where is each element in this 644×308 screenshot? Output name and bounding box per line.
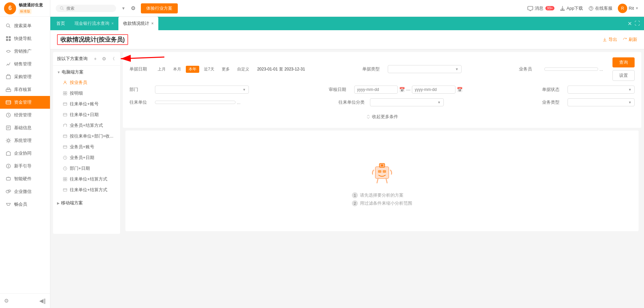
refresh-icon <box>623 37 627 42</box>
desktop-scheme-group: ▼ 电脑端方案 按业务员 <box>53 66 120 197</box>
sidebar-label-wechat: 企业微信 <box>14 189 32 195</box>
export-btn[interactable]: 导出 <box>602 37 617 43</box>
tab-close-all-icon[interactable]: ✕ <box>628 20 632 27</box>
date-btn-7days[interactable]: 近7天 <box>201 66 217 73</box>
sidebar-label-quicknav: 快捷导航 <box>14 36 32 42</box>
scheme-item-counterpart-settlement2[interactable]: 往来单位+结算方式 <box>53 185 120 195</box>
scheme-item-counterpart-settlement1[interactable]: 往来单位+结算方式 <box>53 174 120 185</box>
mobile-scheme-group: ▶ 移动端方案 <box>53 197 120 209</box>
messages-btn[interactable]: 消息 99+ <box>527 5 554 11</box>
counterpart-cat-select[interactable]: ▾ <box>370 98 444 106</box>
salesperson-input[interactable] <box>544 67 598 71</box>
user-dropdown-arrow[interactable]: ▼ <box>635 6 639 10</box>
scheme-item-by-salesperson-label: 按业务员 <box>70 80 87 86</box>
sidebar-item-finance[interactable]: 资金管理 <box>0 96 50 109</box>
date-btn-custom[interactable]: 自定义 <box>234 66 252 73</box>
sidebar-item-inventory[interactable]: 库存核算 <box>0 83 50 96</box>
logo-icon: 6 <box>4 2 16 14</box>
sidebar-item-search[interactable]: 搜索菜单 <box>0 19 50 32</box>
mobile-group-arrow: ▶ <box>57 201 60 205</box>
sidebar-item-quicknav[interactable]: 快捷导航 <box>0 32 50 45</box>
page-header-actions: 导出 刷新 <box>602 37 637 43</box>
scheme-item-by-salesperson[interactable]: 按业务员 <box>53 77 120 88</box>
tab-collection-stats-close[interactable]: × <box>151 21 154 26</box>
scheme-item-salesperson-date[interactable]: 业务员+日期 <box>53 152 120 163</box>
scheme-item-by-counterpart-dept[interactable]: 按往来单位+部门+收... <box>53 131 120 142</box>
sidebar-item-marketing[interactable]: 营销推广 <box>0 45 50 58</box>
collapse-more-btn[interactable]: 收起更多条件 <box>363 111 401 122</box>
scheme-item-counterpart-account[interactable]: 往来单位+账号 <box>53 99 120 109</box>
sidebar-item-wechat[interactable]: 企业微信 <box>0 185 50 198</box>
sidebar-item-purchase[interactable]: 采购管理 <box>0 70 50 83</box>
tab-home[interactable]: 首页 <box>52 17 70 30</box>
salesperson-more-btn[interactable]: ... <box>599 67 603 72</box>
try-industry-btn[interactable]: 体验行业方案 <box>141 3 178 13</box>
doc-status-select[interactable]: ▾ <box>568 86 635 94</box>
svg-rect-13 <box>6 177 10 180</box>
tip-1-text: 请先选择要分析的方案 <box>360 192 404 198</box>
svg-rect-32 <box>65 177 67 179</box>
mobile-group-header[interactable]: ▶ 移动端方案 <box>53 198 120 208</box>
desktop-group-header[interactable]: ▼ 电脑端方案 <box>53 67 120 77</box>
date-btn-last-month[interactable]: 上月 <box>155 66 168 73</box>
sidebar-item-enterprise[interactable]: 企业协同 <box>0 147 50 160</box>
audit-date-group: 📅 — 📅 <box>354 86 463 94</box>
topbar-settings-icon[interactable]: ⚙ <box>131 5 136 11</box>
empty-state: 1 请先选择要分析的方案 2 用过滤条件来缩小分析范围 <box>125 131 639 231</box>
audit-date-start-cal-icon[interactable]: 📅 <box>399 87 405 92</box>
enterprise-icon <box>5 150 11 156</box>
date-btn-this-year[interactable]: 本年 <box>186 66 199 73</box>
refresh-btn[interactable]: 刷新 <box>623 37 637 43</box>
audit-date-end-input[interactable] <box>412 86 455 94</box>
scheme-item-salesperson-settlement[interactable]: 业务员+结算方式 <box>53 120 120 131</box>
sidebar-item-guide[interactable]: 新手引导 <box>0 160 50 172</box>
set-btn[interactable]: 设置 <box>612 70 635 81</box>
collapse-panel-btn[interactable]: 《 <box>109 55 116 62</box>
topbar-dropdown-arrow[interactable]: ▼ <box>121 6 125 11</box>
doc-type-select[interactable]: ▾ <box>388 65 462 73</box>
sidebar-item-basicinfo[interactable]: 基础信息 <box>0 121 50 134</box>
query-btn[interactable]: 查询 <box>612 57 635 67</box>
date-range-sep: 至 <box>279 66 283 72</box>
tip-1-num: 1 <box>352 192 358 198</box>
topbar-search-box[interactable] <box>56 5 116 12</box>
sidebar-item-hardware[interactable]: 智能硬件 <box>0 172 50 185</box>
tab-bank-flow[interactable]: 现金银行流水查询 × <box>70 17 118 30</box>
biz-type-select[interactable]: ▾ <box>568 98 635 106</box>
svg-rect-31 <box>63 177 65 179</box>
svg-rect-22 <box>65 92 67 93</box>
settings-footer-icon[interactable]: ⚙ <box>4 298 9 304</box>
date-btn-this-month[interactable]: 本月 <box>170 66 184 73</box>
svg-rect-33 <box>63 179 65 181</box>
dept-select[interactable]: ▾ <box>155 86 249 94</box>
dept-arrow: ▾ <box>243 87 245 92</box>
add-scheme-btn[interactable]: + <box>92 55 99 62</box>
sidebar: 6 畅捷通好生意 标准版 搜索菜单 快捷导航 <box>0 0 50 308</box>
tab-maximize-icon[interactable]: ⛶ <box>635 20 640 27</box>
collapse-sidebar-btn[interactable]: ◀‖ <box>39 298 46 304</box>
app-download-btn[interactable]: App下载 <box>560 5 583 11</box>
scheme-settings-btn[interactable]: ⚙ <box>101 55 107 62</box>
audit-date-start-input[interactable] <box>354 86 398 94</box>
tab-bank-flow-close[interactable]: × <box>111 21 114 26</box>
user-name[interactable]: R Rit ▼ <box>618 4 639 13</box>
audit-date-end-cal-icon[interactable]: 📅 <box>457 87 463 92</box>
scheme-item-dept-date[interactable]: 部门+日期 <box>53 163 120 174</box>
scheme-item-counterpart-date[interactable]: 往来单位+日期 <box>53 109 120 120</box>
user-display-name: Rit <box>629 6 634 11</box>
sidebar-item-vip[interactable]: 畅会员 <box>0 198 50 211</box>
topbar-search-input[interactable] <box>66 6 107 11</box>
sidebar-item-sales[interactable]: 销售管理 <box>0 58 50 70</box>
sidebar-item-system[interactable]: 系统管理 <box>0 134 50 147</box>
page-content: 收款情况统计(按业务员) 导出 刷新 按以下方案查 <box>50 30 644 308</box>
tab-collection-stats[interactable]: 收款情况统计 × <box>118 17 158 30</box>
counterpart-more-btn[interactable]: ... <box>237 100 240 105</box>
date-btn-more[interactable]: 更多 <box>219 66 232 73</box>
scheme-item-by-details[interactable]: 按明细 <box>53 88 120 99</box>
online-service-btn[interactable]: 在线客服 <box>588 5 612 11</box>
left-panel-title: 按以下方案查询 <box>57 56 90 62</box>
counterpart-input[interactable] <box>155 101 235 104</box>
salesperson-input-group: ... <box>544 67 603 72</box>
scheme-item-salesperson-account[interactable]: 业务员+账号 <box>53 142 120 152</box>
sidebar-item-ops[interactable]: 经营管理 <box>0 109 50 121</box>
